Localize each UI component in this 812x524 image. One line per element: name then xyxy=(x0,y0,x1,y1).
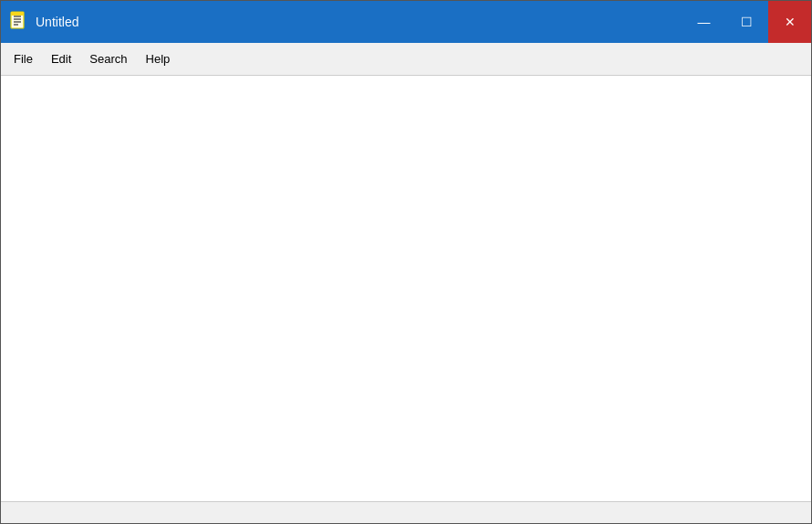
app-icon xyxy=(8,10,28,34)
window-title: Untitled xyxy=(36,15,78,29)
menu-help[interactable]: Help xyxy=(137,48,180,69)
maximize-button[interactable]: ☐ xyxy=(725,1,768,43)
minimize-button[interactable]: — xyxy=(682,1,725,43)
menu-search[interactable]: Search xyxy=(80,48,136,69)
app-window: Untitled — ☐ ✕ File Edit Search Help xyxy=(0,0,812,524)
status-bar xyxy=(1,501,811,523)
menu-bar: File Edit Search Help xyxy=(1,43,811,76)
menu-edit[interactable]: Edit xyxy=(42,48,80,69)
title-bar-left: Untitled xyxy=(8,10,78,34)
title-bar-controls: — ☐ ✕ xyxy=(682,1,811,43)
text-editor[interactable] xyxy=(1,76,811,501)
svg-rect-5 xyxy=(11,12,24,16)
editor-area xyxy=(1,76,811,501)
menu-file[interactable]: File xyxy=(5,48,42,69)
close-button[interactable]: ✕ xyxy=(768,1,811,43)
title-bar: Untitled — ☐ ✕ xyxy=(1,1,811,43)
